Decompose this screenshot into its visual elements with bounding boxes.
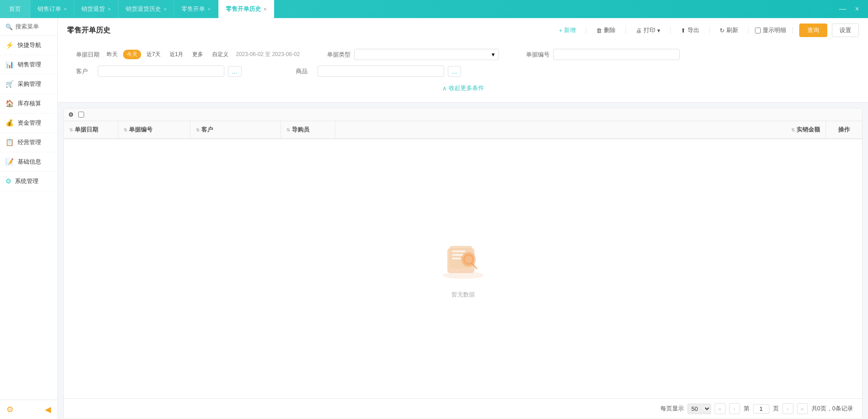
tab-retail-open-history[interactable]: 零售开单历史 ×: [218, 0, 274, 18]
filter-customer-item: 客户 ...: [76, 66, 242, 77]
sidebar-item-label-basic-info: 基础信息: [18, 158, 41, 166]
th-no-label: 单据编号: [129, 126, 152, 134]
purchase-mgmt-icon: 🛒: [5, 80, 14, 88]
th-date-sort-icon[interactable]: ⇅: [69, 127, 73, 132]
th-amount-sort-icon[interactable]: ⇅: [791, 127, 795, 132]
delete-button[interactable]: 🗑 删除: [593, 24, 619, 36]
last-page-button[interactable]: »: [797, 403, 808, 414]
pagination: 每页显示 50 10 20 100 « ‹ 第 页 ›: [64, 398, 862, 419]
filter-order-no-item: 单据编号: [526, 49, 680, 60]
print-label: 打印: [644, 26, 655, 34]
search-icon: 🔍: [5, 24, 13, 30]
minimize-button[interactable]: —: [837, 4, 848, 14]
next-page-button[interactable]: ›: [783, 403, 793, 414]
tab-sales-return-history-close[interactable]: ×: [164, 6, 166, 12]
date-btn-more[interactable]: 更多: [189, 50, 207, 59]
collapse-sidebar-icon[interactable]: ◀: [45, 405, 51, 414]
tab-retail-open-history-close[interactable]: ×: [264, 6, 266, 12]
filter-customer-input[interactable]: [98, 66, 224, 77]
filter-order-type-select[interactable]: ▾: [354, 49, 499, 60]
show-detail-checkbox-label[interactable]: 显示明细: [755, 26, 786, 34]
divider-1: [586, 27, 586, 34]
show-detail-label: 显示明细: [763, 26, 786, 34]
date-btn-today[interactable]: 今天: [123, 50, 141, 59]
sidebar-item-quick-nav[interactable]: ⚡ 快捷导航: [0, 36, 57, 55]
sidebar-item-sales-mgmt[interactable]: 📊 销售管理: [0, 55, 57, 75]
empty-illustration: [436, 239, 490, 284]
divider-6: [792, 27, 793, 34]
page-number-input[interactable]: [753, 404, 769, 414]
collapse-label: 收起更多条件: [449, 84, 484, 92]
tab-sales-return-close[interactable]: ×: [108, 6, 110, 12]
date-range-display: 2023-06-02 至 2023-06-02: [236, 51, 299, 58]
tab-retail-open-history-label: 零售开单历史: [226, 5, 261, 13]
top-tabs: 首页 销售订单 × 销货退货 × 销货退货历史 × 零售开单 × 零售开单历史 …: [0, 0, 832, 18]
tab-sales-order[interactable]: 销售订单 ×: [30, 0, 74, 18]
date-btn-yesterday[interactable]: 昨天: [103, 50, 121, 59]
sidebar-item-business[interactable]: 📋 经营管理: [0, 133, 57, 152]
settings-button[interactable]: 设置: [832, 24, 859, 37]
sidebar-item-label-system: 系统管理: [15, 177, 38, 185]
filter-order-no-label: 单据编号: [526, 51, 550, 59]
sidebar-item-purchase-mgmt[interactable]: 🛒 采购管理: [0, 75, 57, 94]
refresh-button[interactable]: ↻ 刷新: [716, 24, 742, 36]
sidebar-item-inventory[interactable]: 🏠 库存核算: [0, 94, 57, 113]
filter-date-label: 单据日期: [76, 51, 100, 59]
last-page-icon: »: [801, 405, 804, 412]
filter-order-type-item: 单据类型 ▾: [327, 49, 499, 60]
sidebar-search[interactable]: 🔍 搜索菜单: [0, 18, 57, 36]
add-button[interactable]: + 新增: [555, 24, 579, 36]
query-button[interactable]: 查询: [799, 24, 827, 37]
per-page-label: 每页显示: [660, 405, 684, 413]
th-no-sort-icon[interactable]: ⇅: [123, 127, 127, 132]
sidebar-item-system[interactable]: ⚙ 系统管理: [0, 172, 57, 191]
print-icon: 🖨: [636, 27, 642, 34]
sidebar-item-label-purchase-mgmt: 采购管理: [18, 80, 41, 88]
filter-product-input[interactable]: [318, 66, 444, 77]
date-btn-custom[interactable]: 自定义: [209, 50, 232, 59]
per-page-select[interactable]: 50 10 20 100: [688, 404, 711, 414]
tab-retail-open-close[interactable]: ×: [208, 6, 210, 12]
collapse-more-btn[interactable]: ∧ 收起更多条件: [76, 82, 850, 97]
filter-product-ellipsis[interactable]: ...: [448, 66, 461, 77]
filter-product-item: 商品 ...: [296, 66, 461, 77]
filter-order-no-input[interactable]: [553, 49, 680, 60]
tab-sales-order-close[interactable]: ×: [64, 6, 66, 12]
th-customer-sort-icon[interactable]: ⇅: [196, 127, 199, 132]
add-label: 新增: [564, 26, 576, 34]
tab-home-label: 首页: [9, 5, 21, 13]
sidebar-item-label-quick-nav: 快捷导航: [18, 41, 41, 49]
print-button[interactable]: 🖨 打印 ▾: [632, 24, 664, 36]
total-label: 共0页，0条记录: [811, 405, 853, 413]
svg-rect-3: [452, 250, 465, 252]
table-header: ⇅ 单据日期 ⇅ 单据编号 ⇅ 客户 ⇅ 导购员 ⇅ 实销金额: [64, 121, 862, 139]
inventory-icon: 🏠: [5, 99, 14, 108]
page-title: 零售开单历史: [67, 26, 110, 35]
tab-sales-return-label: 销货退货: [81, 5, 105, 13]
date-btn-1month[interactable]: 近1月: [166, 50, 187, 59]
table-select-all-checkbox[interactable]: [78, 112, 84, 118]
prev-page-button[interactable]: ‹: [729, 403, 740, 414]
tab-retail-open[interactable]: 零售开单 ×: [174, 0, 218, 18]
export-button[interactable]: ⬆ 导出: [677, 24, 703, 36]
sidebar-bottom: ⚙ ◀: [0, 400, 57, 419]
tab-sales-return[interactable]: 销货退货 ×: [74, 0, 118, 18]
sidebar-item-finance[interactable]: 💰 资金管理: [0, 113, 57, 133]
filter-area: 单据日期 昨天 今天 近7天 近1月 更多 自定义 2023-06-02 至 2…: [67, 43, 859, 102]
show-detail-checkbox[interactable]: [755, 28, 761, 33]
tab-home[interactable]: 首页: [0, 0, 30, 18]
divider-2: [626, 27, 626, 34]
date-btn-7days[interactable]: 近7天: [143, 50, 164, 59]
empty-text: 暂无数据: [451, 291, 475, 299]
filter-customer-ellipsis[interactable]: ...: [228, 66, 242, 77]
page-header: 零售开单历史 + 新增 🗑 删除 🖨 打印 ▾: [58, 18, 868, 103]
th-op-label: 操作: [838, 126, 850, 134]
close-button[interactable]: ×: [852, 4, 863, 14]
tab-sales-return-history[interactable]: 销货退货历史 ×: [119, 0, 174, 18]
table-settings-icon[interactable]: ⚙: [68, 111, 74, 118]
first-page-button[interactable]: «: [715, 403, 726, 414]
settings-bottom-icon[interactable]: ⚙: [6, 405, 14, 414]
th-guide-sort-icon[interactable]: ⇅: [286, 127, 290, 132]
sidebar-item-basic-info[interactable]: 📝 基础信息: [0, 152, 57, 172]
table-area: ⚙ ⇅ 单据日期 ⇅ 单据编号 ⇅ 客户 ⇅ 导购员: [63, 108, 863, 419]
